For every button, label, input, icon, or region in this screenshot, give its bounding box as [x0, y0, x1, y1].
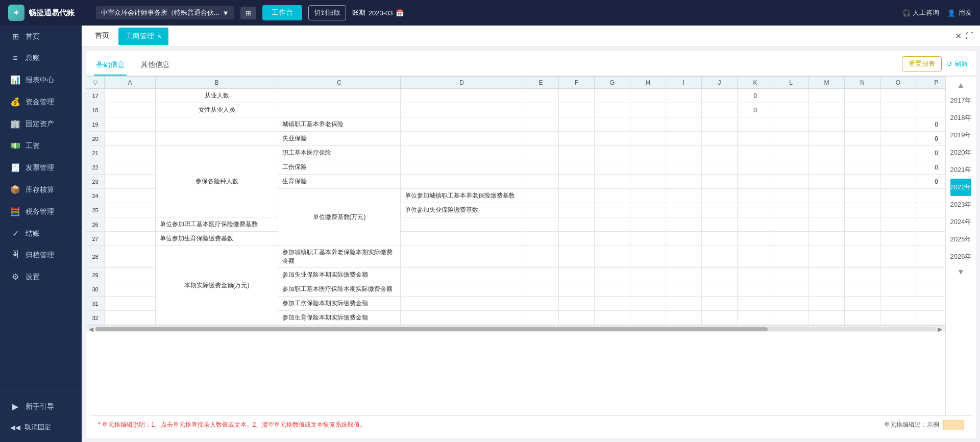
cell-e[interactable]: [523, 103, 559, 117]
cell-m[interactable]: [809, 217, 845, 232]
cell-f[interactable]: [559, 217, 595, 232]
cell-c[interactable]: 工伤保险: [278, 160, 401, 175]
cell-l[interactable]: [773, 232, 809, 246]
cell-h[interactable]: [630, 175, 666, 189]
cell-c[interactable]: 参加职工基本医疗保险本期实际缴费金额: [278, 282, 401, 297]
cell-n[interactable]: [845, 132, 880, 146]
cell-b[interactable]: [156, 117, 278, 132]
cell-a[interactable]: [105, 189, 156, 203]
cell-m[interactable]: [809, 160, 845, 175]
cell-a[interactable]: [105, 246, 156, 268]
year-item[interactable]: 2026年: [950, 248, 972, 265]
cell-c[interactable]: 参加工伤保险本期实际缴费金额: [278, 297, 401, 311]
cell-j[interactable]: [702, 217, 738, 232]
cell-h[interactable]: [630, 103, 666, 117]
cell-k[interactable]: [773, 203, 809, 217]
cell-e[interactable]: [523, 117, 559, 132]
cell-o[interactable]: [880, 311, 916, 325]
cell-d[interactable]: [523, 203, 559, 217]
scroll-right-button[interactable]: ▶: [936, 326, 944, 333]
cell-c[interactable]: 单位参加失业保险缴费基数: [401, 203, 523, 217]
cell-n[interactable]: [845, 246, 880, 268]
old-version-button[interactable]: 切到旧版: [308, 5, 346, 20]
cell-c[interactable]: 职工基本医疗保险: [278, 146, 401, 160]
h-scroll-bar[interactable]: ◀ ▶: [86, 325, 945, 332]
cell-d[interactable]: [401, 132, 523, 146]
cell-i[interactable]: [666, 89, 702, 103]
cell-m[interactable]: [809, 146, 845, 160]
cell-m[interactable]: [809, 268, 845, 282]
cell-k[interactable]: 0: [738, 89, 773, 103]
cell-n[interactable]: [880, 189, 916, 203]
year-item[interactable]: 2021年: [950, 161, 972, 179]
cell-n[interactable]: [845, 217, 880, 232]
cell-i[interactable]: [666, 175, 702, 189]
cell-g[interactable]: [595, 117, 630, 132]
cell-i[interactable]: [666, 103, 702, 117]
cell-d[interactable]: [401, 175, 523, 189]
tab-active-business[interactable]: 工商管理 ×: [118, 28, 168, 45]
h-scroll-thumb[interactable]: [95, 327, 768, 331]
cell-d[interactable]: [401, 246, 523, 268]
year-item[interactable]: 2023年: [950, 196, 972, 213]
cell-c[interactable]: 生育保险: [278, 175, 401, 189]
cell-j[interactable]: [702, 282, 738, 297]
cell-f[interactable]: [559, 268, 595, 282]
cell-d[interactable]: [401, 268, 523, 282]
cell-n[interactable]: [845, 175, 880, 189]
sidebar-item-new-guide[interactable]: ▶ 新手引导: [0, 396, 82, 418]
unpin-button[interactable]: ◀◀ 取消固定: [0, 418, 82, 437]
cell-h[interactable]: [630, 297, 666, 311]
cell-d[interactable]: [401, 89, 523, 103]
cell-e[interactable]: [523, 217, 559, 232]
cell-g[interactable]: [595, 160, 630, 175]
cell-a[interactable]: [105, 160, 156, 175]
cell-g[interactable]: [595, 232, 630, 246]
cell-c[interactable]: 单位参加生育保险缴费基数: [156, 232, 278, 246]
cell-i[interactable]: [666, 246, 702, 268]
cell-d[interactable]: [401, 232, 523, 246]
cell-p[interactable]: [916, 268, 946, 282]
spreadsheet-main[interactable]: ▽ A B C D E F G H I: [86, 77, 945, 415]
cell-b[interactable]: 女性从业人员: [156, 103, 278, 117]
cell-c[interactable]: [278, 89, 401, 103]
sub-tab-other[interactable]: 其他信息: [139, 57, 172, 76]
cell-k[interactable]: [738, 175, 773, 189]
cell-h[interactable]: [666, 203, 702, 217]
cell-d[interactable]: [401, 217, 523, 232]
year-nav-up-button[interactable]: ▲: [946, 79, 976, 92]
cell-j[interactable]: [702, 268, 738, 282]
copy-icon-btn[interactable]: ⊞: [240, 7, 256, 19]
cell-d[interactable]: [523, 189, 559, 203]
cell-h[interactable]: [630, 282, 666, 297]
cell-g[interactable]: [595, 146, 630, 160]
cell-j[interactable]: [702, 246, 738, 268]
cell-l[interactable]: [773, 217, 809, 232]
cell-e[interactable]: [523, 282, 559, 297]
cell-g[interactable]: [595, 132, 630, 146]
cell-m[interactable]: [809, 175, 845, 189]
cell-a[interactable]: [105, 232, 156, 246]
cell-p[interactable]: [916, 89, 946, 103]
cell-l[interactable]: [773, 282, 809, 297]
cell-j[interactable]: [702, 160, 738, 175]
cell-j[interactable]: [702, 146, 738, 160]
cell-j[interactable]: [702, 311, 738, 325]
cell-n[interactable]: [845, 117, 880, 132]
sidebar-item-settings[interactable]: ⚙ 设置: [0, 266, 82, 288]
cell-m[interactable]: [809, 297, 845, 311]
cell-p[interactable]: [916, 232, 946, 246]
cell-h[interactable]: [666, 189, 702, 203]
workbench-button[interactable]: 工作台: [262, 5, 302, 20]
cell-e[interactable]: [523, 175, 559, 189]
cell-e[interactable]: [523, 311, 559, 325]
year-item[interactable]: 2019年: [950, 127, 972, 144]
cell-i[interactable]: [666, 282, 702, 297]
cell-i[interactable]: [666, 297, 702, 311]
cell-o[interactable]: [916, 189, 946, 203]
cell-p[interactable]: [916, 103, 946, 117]
cell-i[interactable]: [666, 117, 702, 132]
cell-h[interactable]: [630, 117, 666, 132]
cell-e[interactable]: [523, 297, 559, 311]
cell-e[interactable]: [559, 203, 595, 217]
